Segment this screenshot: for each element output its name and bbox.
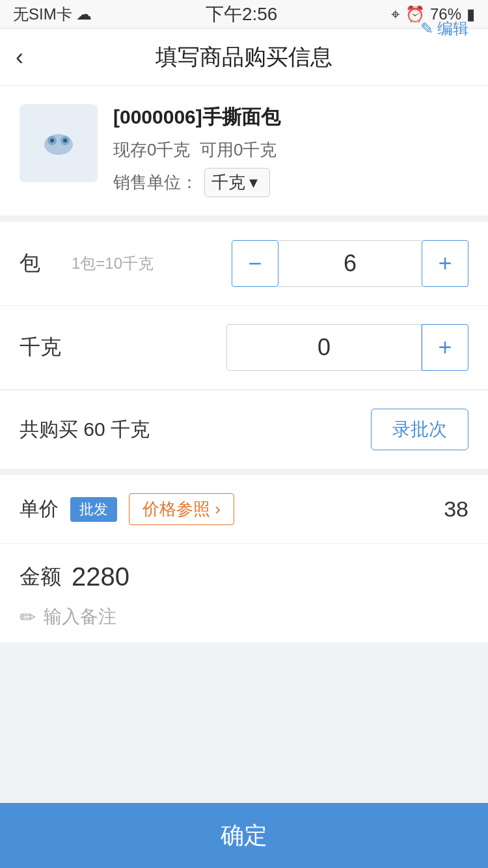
edit-button[interactable]: ✎ 编辑 xyxy=(420,18,468,39)
page-title: 填写商品购买信息 xyxy=(156,42,332,72)
location-icon: ⌖ xyxy=(391,5,400,23)
summary-row: 共购买 60 千克 录批次 xyxy=(0,390,488,475)
price-section: 单价 批发 价格参照 › 38 xyxy=(0,475,488,544)
product-logo-icon xyxy=(39,124,78,163)
unit-hint-bao: 1包=10千克 xyxy=(72,253,232,274)
status-left: 无SIM卡 ☁ xyxy=(13,4,92,25)
product-unit: 销售单位： 千克 ▾ xyxy=(113,168,468,197)
price-reference-button[interactable]: 价格参照 › xyxy=(129,493,234,525)
unit-label-kg: 千克 xyxy=(20,333,72,362)
edit-icon: ✎ xyxy=(420,20,433,38)
qty-control-bao: − + xyxy=(232,240,468,287)
amount-row: 金额 2280 xyxy=(20,562,468,591)
confirm-button[interactable]: 确定 xyxy=(0,803,488,868)
amount-section: 金额 2280 ✏ 输入备注 xyxy=(0,544,488,642)
product-thumbnail xyxy=(20,104,98,182)
nav-bar: ‹ 填写商品购买信息 xyxy=(0,29,488,86)
qty-input-kg[interactable] xyxy=(226,324,422,371)
product-card: [0000006]手撕面包 现存0千克 可用0千克 销售单位： 千克 ▾ ✎ 编… xyxy=(0,86,488,222)
increase-bao-button[interactable]: + xyxy=(422,240,468,287)
pencil-icon: ✏ xyxy=(20,606,36,629)
sim-signal: 无SIM卡 ☁ xyxy=(13,4,92,25)
unit-select[interactable]: 千克 ▾ xyxy=(204,168,270,197)
back-button[interactable]: ‹ xyxy=(16,44,23,71)
quantity-section: 包 1包=10千克 − + 千克 + xyxy=(0,222,488,390)
quantity-row-kg: 千克 + xyxy=(0,306,488,390)
product-info: [0000006]手撕面包 现存0千克 可用0千克 销售单位： 千克 ▾ xyxy=(113,104,468,197)
amount-label: 金额 xyxy=(20,563,61,591)
unit-label-bao: 包 xyxy=(20,249,72,278)
qty-control-kg: + xyxy=(226,324,468,371)
product-name: [0000006]手撕面包 xyxy=(113,104,468,131)
price-label: 单价 xyxy=(20,496,59,522)
summary-text: 共购买 60 千克 xyxy=(20,416,150,443)
record-batch-button[interactable]: 录批次 xyxy=(371,409,468,450)
note-row[interactable]: ✏ 输入备注 xyxy=(20,604,468,629)
svg-point-4 xyxy=(63,139,67,142)
status-bar: 无SIM卡 ☁ 下午2:56 ⌖ ⏰ 76% ▮ xyxy=(0,0,488,29)
status-time: 下午2:56 xyxy=(206,2,278,27)
qty-input-bao[interactable] xyxy=(278,240,422,287)
price-type-tag: 批发 xyxy=(70,497,117,522)
increase-kg-button[interactable]: + xyxy=(422,324,468,371)
amount-value: 2280 xyxy=(72,562,129,591)
chevron-down-icon: ▾ xyxy=(249,172,258,193)
svg-point-0 xyxy=(44,134,73,155)
decrease-bao-button[interactable]: − xyxy=(232,240,278,287)
note-placeholder: 输入备注 xyxy=(44,604,116,629)
product-stock: 现存0千克 可用0千克 xyxy=(113,139,468,161)
svg-point-3 xyxy=(50,139,54,142)
quantity-row-bao: 包 1包=10千克 − + xyxy=(0,222,488,306)
price-value: 38 xyxy=(444,496,468,522)
